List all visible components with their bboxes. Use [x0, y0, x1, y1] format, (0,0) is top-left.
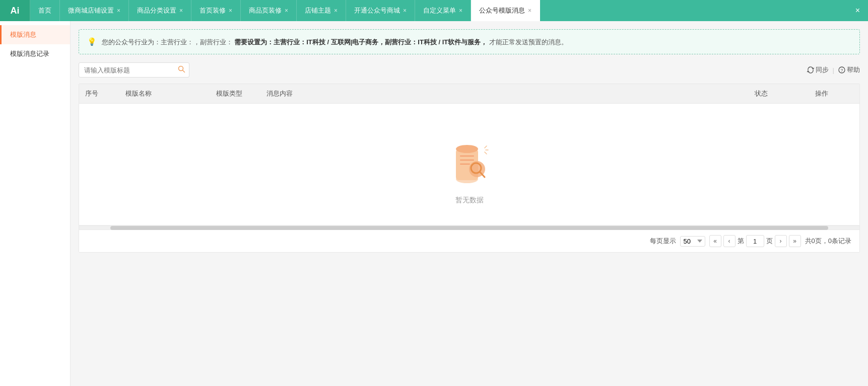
notice-text-suffix: 才能正常发送预置的消息。	[489, 38, 568, 46]
empty-state-row: 暂无数据	[79, 104, 859, 225]
tab-item-weishop[interactable]: 微商城店铺设置×	[60, 0, 129, 21]
tab-item-openshop[interactable]: 开通公众号商城×	[346, 0, 415, 21]
col-header-name: 模版名称	[119, 84, 210, 104]
tab-label-weishop: 微商城店铺设置	[68, 6, 114, 15]
help-button[interactable]: ? 帮助	[838, 65, 860, 74]
main-layout: 模版消息模版消息记录 💡 您的公众号行业为：主营行业：，副营行业： 需要设置为：…	[0, 21, 868, 386]
sidebar-container: 模版消息模版消息记录	[0, 25, 70, 63]
tab-item-custommenu[interactable]: 自定义菜单×	[415, 0, 471, 21]
col-header-action: 操作	[809, 84, 859, 104]
next-page-button[interactable]: ›	[775, 235, 787, 247]
col-header-no: 序号	[79, 84, 119, 104]
table-wrap: 序号 模版名称 模版类型 消息内容 状态 操作	[79, 84, 860, 253]
notice-text-prefix: 您的公众号行业为：主营行业：，副营行业：	[102, 38, 233, 46]
empty-text: 暂无数据	[89, 196, 849, 205]
tab-label-custommenu: 自定义菜单	[423, 6, 456, 15]
col-header-status: 状态	[749, 84, 809, 104]
tab-close-productpage[interactable]: ×	[285, 7, 288, 14]
tab-close-template[interactable]: ×	[528, 7, 531, 14]
empty-state: 暂无数据	[79, 104, 859, 225]
content-area: 💡 您的公众号行业为：主营行业：，副营行业： 需要设置为：主营行业：IT科技 /…	[71, 21, 868, 386]
tab-label-openshop: 开通公众号商城	[354, 6, 400, 15]
tab-item-shoptheme[interactable]: 店铺主题×	[297, 0, 346, 21]
help-icon: ?	[838, 66, 845, 73]
tabs-container: 首页微商城店铺设置×商品分类设置×首页装修×商品页装修×店铺主题×开通公众号商城…	[30, 0, 847, 21]
tab-label-shoptheme: 店铺主题	[305, 6, 331, 15]
page-size-select[interactable]: 50 10 20 100	[680, 236, 705, 247]
toolbar-divider: |	[833, 66, 834, 74]
svg-line-1	[183, 70, 185, 72]
help-label: 帮助	[847, 65, 860, 74]
col-header-type: 模版类型	[210, 84, 260, 104]
search-input-wrap	[79, 62, 189, 78]
tab-close-homepage[interactable]: ×	[229, 7, 232, 14]
tab-close-category[interactable]: ×	[179, 7, 183, 14]
page-nav: « ‹ 第 页 › »	[709, 235, 801, 247]
sidebar: 模版消息模版消息记录	[0, 21, 71, 386]
col-header-content: 消息内容	[260, 84, 749, 104]
search-bar: 同步 | ? 帮助	[79, 62, 860, 78]
data-table: 序号 模版名称 模版类型 消息内容 状态 操作	[79, 84, 859, 225]
page-input[interactable]	[746, 235, 764, 247]
tab-label-category: 商品分类设置	[137, 6, 176, 15]
tab-label-productpage: 商品页装修	[249, 6, 282, 15]
tab-label-home: 首页	[38, 6, 51, 15]
tab-close-shoptheme[interactable]: ×	[334, 7, 338, 14]
page-size-label: 每页显示	[650, 237, 676, 246]
svg-line-15	[485, 152, 487, 154]
close-all-button[interactable]: ×	[847, 6, 868, 15]
scroll-thumb	[110, 226, 828, 230]
search-button[interactable]	[178, 65, 185, 74]
scroll-indicator[interactable]	[79, 225, 859, 229]
last-page-button[interactable]: »	[789, 235, 801, 247]
svg-point-6	[456, 145, 478, 153]
tab-item-template[interactable]: 公众号模版消息×	[471, 0, 540, 21]
prev-page-button[interactable]: ‹	[723, 235, 736, 247]
empty-state-cell: 暂无数据	[79, 104, 859, 225]
tab-bar: Ai 首页微商城店铺设置×商品分类设置×首页装修×商品页装修×店铺主题×开通公众…	[0, 0, 868, 21]
sidebar-item-template-record[interactable]: 模版消息记录	[0, 44, 70, 63]
app-logo: Ai	[0, 0, 30, 21]
page-label: 第	[738, 237, 744, 246]
sync-icon	[807, 66, 814, 73]
tab-item-category[interactable]: 商品分类设置×	[129, 0, 191, 21]
toolbar-right: 同步 | ? 帮助	[807, 65, 860, 74]
empty-illustration	[89, 134, 849, 196]
svg-line-13	[485, 146, 487, 148]
search-input[interactable]	[79, 62, 189, 78]
tab-item-home[interactable]: 首页	[30, 0, 60, 21]
tab-close-weishop[interactable]: ×	[117, 7, 120, 14]
page-unit: 页	[766, 237, 773, 246]
page-total: 共0页，0条记录	[805, 237, 851, 246]
tab-close-custommenu[interactable]: ×	[459, 7, 462, 14]
pagination: 每页显示 50 10 20 100 « ‹ 第 页 › » 共0页，0条记录	[79, 229, 859, 252]
notice-box: 💡 您的公众号行业为：主营行业：，副营行业： 需要设置为：主营行业：IT科技 /…	[79, 29, 860, 54]
table-header-row: 序号 模版名称 模版类型 消息内容 状态 操作	[79, 84, 859, 104]
tab-close-openshop[interactable]: ×	[403, 7, 407, 14]
notice-highlight: 需要设置为：主营行业：IT科技 / 互联网|电子商务，副营行业：IT科技 / I…	[234, 38, 487, 46]
tab-label-template: 公众号模版消息	[479, 6, 525, 15]
svg-text:?: ?	[840, 68, 843, 73]
sync-label: 同步	[816, 65, 829, 74]
tab-item-homepage[interactable]: 首页装修×	[191, 0, 241, 21]
tab-label-homepage: 首页装修	[199, 6, 226, 15]
sync-button[interactable]: 同步	[807, 65, 829, 74]
sidebar-item-template-msg[interactable]: 模版消息	[0, 25, 70, 44]
first-page-button[interactable]: «	[709, 235, 721, 247]
notice-icon: 💡	[87, 37, 97, 46]
tab-item-productpage[interactable]: 商品页装修×	[241, 0, 297, 21]
